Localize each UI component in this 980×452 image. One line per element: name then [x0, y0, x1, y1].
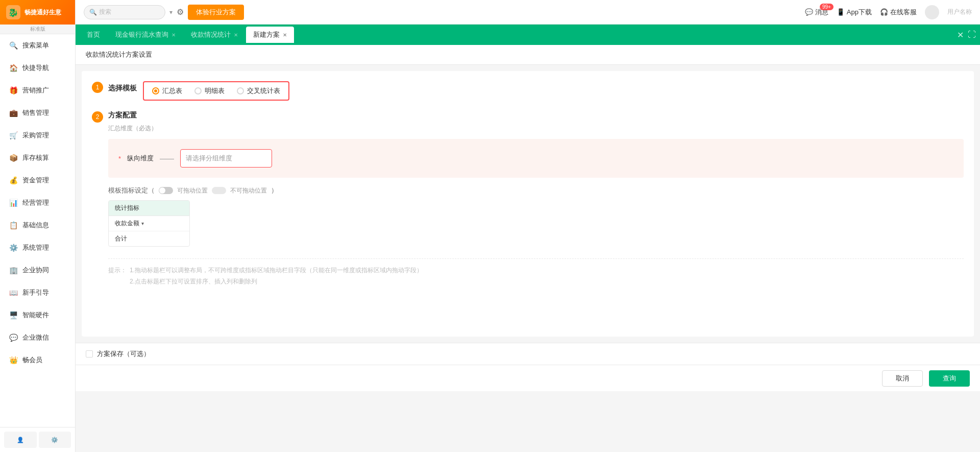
- logo-icon: 🐉: [6, 5, 20, 19]
- dimension-arrow-icon: ——: [160, 154, 174, 162]
- inventory-icon: 📦: [8, 153, 18, 163]
- stats-row-2: 合计: [109, 231, 189, 246]
- sidebar-item-label-enterprise: 企业协同: [22, 266, 49, 275]
- step1-content: 选择模板 汇总表 明细表: [108, 81, 964, 101]
- draggable-label: 可拖动位置: [177, 186, 208, 195]
- sidebar-user-btn[interactable]: 👤: [4, 432, 37, 448]
- sidebar-settings-btn[interactable]: ⚙️: [39, 432, 71, 448]
- sidebar-item-label-newbie: 新手引导: [22, 288, 49, 297]
- main-area: 🔍 搜索 ▾ ⚙ 体验行业方案 💬 消息 99+ 📱 App下载 🎧 在线客服 …: [76, 0, 980, 452]
- radio-detail-circle: [194, 87, 202, 94]
- step2-title: 方案配置: [108, 111, 137, 119]
- tab-bank-flow[interactable]: 现金银行流水查询 ✕: [108, 27, 183, 43]
- radio-cross[interactable]: 交叉统计表: [237, 86, 280, 96]
- marketing-icon: 🎁: [8, 85, 18, 96]
- sidebar-logo: 🐉 畅捷通好生意: [0, 0, 75, 25]
- stats-table: 统计指标 收款金额 ▾ 合计: [108, 200, 190, 247]
- stats-row-1-label: 收款金额: [115, 219, 139, 228]
- quick-nav-icon: 🏠: [8, 63, 18, 73]
- trial-btn[interactable]: 体验行业方案: [188, 5, 244, 20]
- sidebar-item-label-search-menu: 搜索菜单: [22, 41, 49, 50]
- save-plan-checkbox[interactable]: [86, 350, 93, 358]
- sidebar-item-smart-hw[interactable]: 🖥️ 智能硬件: [0, 304, 75, 326]
- wechat-icon: 💬: [8, 332, 18, 343]
- dimension-field-label: 纵向维度: [127, 154, 154, 163]
- metrics-title: 模板指标设定（: [108, 186, 155, 195]
- sidebar-item-label-smart-hw: 智能硬件: [22, 311, 49, 320]
- tab-receipt-stats[interactable]: 收款情况统计 ✕: [184, 27, 245, 43]
- topnav-dropdown-arrow[interactable]: ▾: [169, 9, 173, 16]
- message-badge: 99+: [820, 4, 834, 10]
- member-icon: 👑: [8, 355, 18, 365]
- footer-buttons: 取消 查询: [76, 365, 980, 391]
- tab-new-plan[interactable]: 新建方案 ✕: [246, 27, 294, 43]
- radio-detail[interactable]: 明细表: [194, 86, 225, 96]
- radio-summary-label: 汇总表: [162, 86, 182, 96]
- tab-bank-flow-close-icon[interactable]: ✕: [172, 32, 176, 38]
- sidebar-item-inventory[interactable]: 📦 库存核算: [0, 147, 75, 169]
- topnav-gear-icon[interactable]: ⚙: [177, 7, 184, 17]
- sidebar-item-marketing[interactable]: 🎁 营销推广: [0, 79, 75, 102]
- main-card: 1 选择模板 汇总表 明细表: [82, 71, 974, 337]
- topnav-right: 💬 消息 99+ 📱 App下载 🎧 在线客服 用户名称: [805, 5, 972, 19]
- sidebar-item-label-wechat: 企业微信: [22, 333, 49, 342]
- online-service-btn[interactable]: 🎧 在线客服: [880, 8, 917, 17]
- message-icon: 💬: [805, 8, 813, 16]
- finance-icon: 💰: [8, 175, 18, 185]
- sidebar-item-enterprise[interactable]: 🏢 企业协同: [0, 259, 75, 281]
- enterprise-icon: 🏢: [8, 265, 18, 275]
- sidebar-item-purchase[interactable]: 🛒 采购管理: [0, 124, 75, 147]
- sidebar-item-sales[interactable]: 💼 销售管理: [0, 102, 75, 124]
- step1-title: 选择模板: [108, 84, 137, 93]
- tabbar-expand-icon[interactable]: ⛶: [968, 30, 976, 40]
- sidebar-item-quick-nav[interactable]: 🏠 快捷导航: [0, 57, 75, 79]
- sidebar-item-newbie[interactable]: 📖 新手引导: [0, 281, 75, 304]
- sidebar-item-operations[interactable]: 📊 经营管理: [0, 192, 75, 214]
- metrics-header: 模板指标设定（ 可拖动位置 不可拖动位置 ）: [108, 186, 964, 195]
- bottom-options: 方案保存（可选）: [76, 343, 980, 365]
- stats-row-2-label: 合计: [115, 234, 127, 243]
- tabbar-close-icon[interactable]: ✕: [957, 30, 964, 40]
- step2-content: 方案配置 汇总维度（必选） * 纵向维度 —— 请选择分组维度: [108, 111, 964, 287]
- save-plan-label: 方案保存（可选）: [97, 349, 150, 359]
- dimension-select[interactable]: 请选择分组维度: [180, 149, 272, 168]
- page-header: 收款情况统计方案设置: [76, 45, 980, 65]
- sidebar-item-search-menu[interactable]: 🔍 搜索菜单: [0, 34, 75, 57]
- sidebar-item-label-member: 畅会员: [22, 355, 42, 365]
- dimension-select-placeholder: 请选择分组维度: [186, 154, 232, 163]
- topnav: 🔍 搜索 ▾ ⚙ 体验行业方案 💬 消息 99+ 📱 App下载 🎧 在线客服 …: [76, 0, 980, 25]
- tab-home-label: 首页: [87, 30, 100, 39]
- app-download-btn[interactable]: 📱 App下载: [837, 8, 872, 17]
- sidebar-item-label-system: 系统管理: [22, 243, 49, 252]
- dimension-row: * 纵向维度 —— 请选择分组维度: [118, 149, 953, 168]
- app-download-icon: 📱: [837, 8, 845, 16]
- radio-summary[interactable]: 汇总表: [152, 86, 182, 96]
- user-avatar[interactable]: [925, 5, 939, 19]
- sidebar-item-member[interactable]: 👑 畅会员: [0, 349, 75, 371]
- sidebar-item-label-operations: 经营管理: [22, 198, 49, 207]
- sidebar-item-label-purchase: 采购管理: [22, 131, 49, 140]
- sidebar-item-system[interactable]: ⚙️ 系统管理: [0, 236, 75, 259]
- search-bar[interactable]: 🔍 搜索: [84, 5, 165, 19]
- tab-new-plan-close-icon[interactable]: ✕: [283, 32, 287, 38]
- radio-cross-circle: [237, 87, 244, 94]
- radio-cross-label: 交叉统计表: [247, 86, 280, 96]
- tab-home[interactable]: 首页: [80, 27, 107, 43]
- dimension-required-star: *: [118, 155, 121, 162]
- sidebar-badge: 标准版: [0, 25, 75, 34]
- message-btn[interactable]: 💬 消息 99+: [805, 8, 828, 17]
- confirm-button[interactable]: 查询: [929, 370, 970, 387]
- sidebar-item-basic-info[interactable]: 📋 基础信息: [0, 214, 75, 236]
- sidebar-bottom: 👤 ⚙️: [0, 427, 75, 452]
- logo-name: 畅捷通好生意: [24, 9, 61, 16]
- newbie-icon: 📖: [8, 288, 18, 298]
- stats-row-1[interactable]: 收款金额 ▾: [109, 216, 189, 231]
- cancel-button[interactable]: 取消: [882, 370, 923, 387]
- sidebar-item-finance[interactable]: 💰 资金管理: [0, 169, 75, 192]
- user-name: 用户名称: [947, 8, 972, 16]
- sidebar-item-label-sales: 销售管理: [22, 108, 49, 117]
- stats-row-1-content: 收款金额 ▾: [115, 219, 144, 228]
- sidebar-item-wechat[interactable]: 💬 企业微信: [0, 326, 75, 349]
- tab-receipt-stats-close-icon[interactable]: ✕: [234, 32, 238, 38]
- step2-section: 2 方案配置 汇总维度（必选） * 纵向维度 —— 请选择分组维度: [92, 111, 964, 287]
